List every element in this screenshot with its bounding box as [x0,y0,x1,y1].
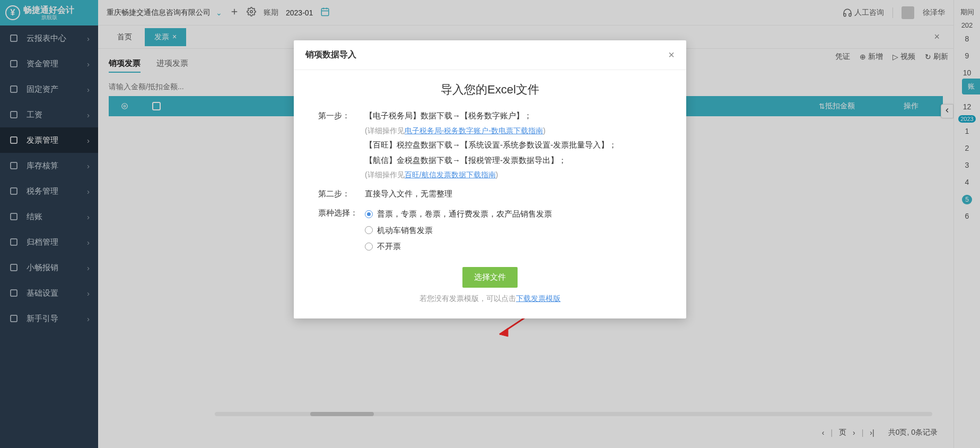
guide-link-2[interactable]: 百旺/航信发票数据下载指南 [405,170,496,179]
modal-heading: 导入您的Excel文件 [318,82,662,98]
step2-text: 直接导入文件，无需整理 [365,186,662,202]
radio-icon [365,226,373,234]
radio-option-2[interactable]: 机动车销售发票 [365,223,662,238]
import-modal: 销项数据导入 × 导入您的Excel文件 第一步： 【电子税务局】数据下载→【税… [294,40,686,318]
step1-label: 第一步： [318,108,358,182]
step2-label: 第二步： [318,186,358,202]
choose-file-button[interactable]: 选择文件 [462,267,518,288]
radio-option-1[interactable]: 普票，专票，卷票，通行费发票，农产品销售发票 [365,206,662,222]
radio-option-3[interactable]: 不开票 [365,239,662,254]
guide-link-1[interactable]: 电子税务局-税务数字账户-数电票下载指南 [405,126,543,135]
radio-icon [365,243,373,251]
step1-line1: 【电子税务局】数据下载→【税务数字账户】； [365,108,662,124]
modal-title: 销项数据导入 [305,49,356,61]
download-template-link[interactable]: 下载发票模版 [516,294,561,303]
step1-line3: 【航信】金税盘数据下载→【报税管理-发票数据导出】； [365,153,662,168]
kind-label: 票种选择： [318,205,358,255]
modal-overlay: 销项数据导入 × 导入您的Excel文件 第一步： 【电子税务局】数据下载→【税… [0,0,980,448]
radio-icon [365,210,373,218]
close-icon[interactable]: × [668,49,675,61]
step1-line2: 【百旺】税控盘数据下载→【系统设置-系统参数设置-发票批量导入】； [365,137,662,153]
